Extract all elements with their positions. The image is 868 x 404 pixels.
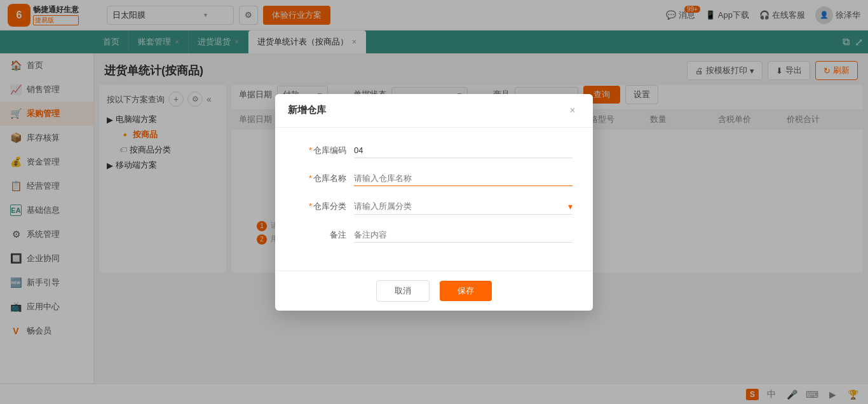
cancel-button[interactable]: 取消 [376,280,430,302]
modal-body: 仓库编码 仓库名称 仓库分类 ▾ 备注 [275,128,593,271]
form-row-code: 仓库编码 [295,143,573,158]
code-label: 仓库编码 [295,145,346,156]
modal-footer: 取消 保存 [275,271,593,311]
category-select[interactable]: ▾ [354,199,573,215]
category-dropdown-icon: ▾ [568,201,573,212]
note-label: 备注 [295,229,346,241]
modal-overlay[interactable]: 新增仓库 × 仓库编码 仓库名称 仓库分类 ▾ [0,0,868,404]
category-label: 仓库分类 [295,201,346,212]
form-row-note: 备注 [295,227,573,243]
note-input[interactable] [354,227,573,243]
new-warehouse-modal: 新增仓库 × 仓库编码 仓库名称 仓库分类 ▾ [275,94,593,311]
save-button[interactable]: 保存 [440,281,492,301]
name-input[interactable] [354,171,573,186]
form-row-name: 仓库名称 [295,171,573,186]
modal-title: 新增仓库 [288,104,326,116]
code-input[interactable] [354,143,573,158]
name-label: 仓库名称 [295,173,346,184]
form-row-category: 仓库分类 ▾ [295,199,573,215]
modal-close-button[interactable]: × [565,103,580,118]
category-input[interactable] [354,201,568,211]
modal-header: 新增仓库 × [275,94,593,128]
